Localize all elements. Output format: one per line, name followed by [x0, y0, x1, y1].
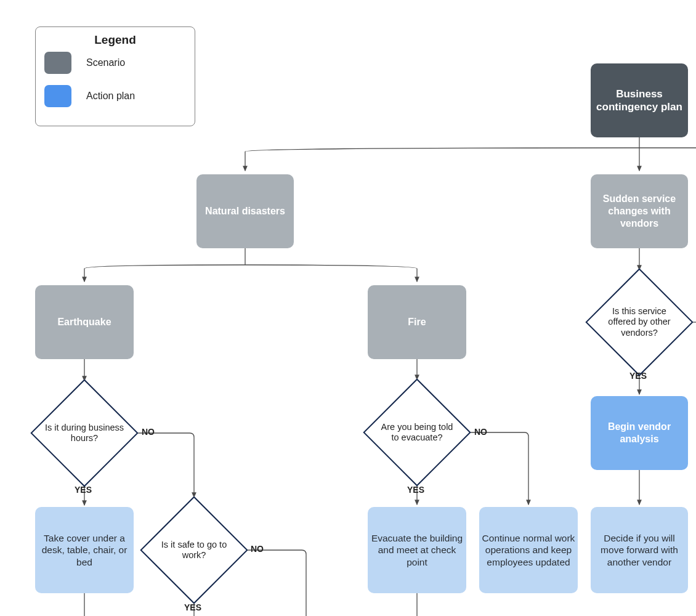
decision-business-hours-text: Is it during business hours?: [44, 423, 124, 444]
decision-evacuate-text: Are you being told to evacuate?: [377, 422, 457, 444]
node-fire-label: Fire: [405, 314, 428, 331]
node-vendors-label: Sudden service changes with vendors: [591, 190, 688, 232]
action-evacuate-meet-text: Evacuate the building and meet at check …: [368, 530, 466, 570]
node-vendors: Sudden service changes with vendors: [591, 174, 688, 248]
node-root-label: Business contingency plan: [591, 85, 688, 116]
flowchart-canvas: Legend Scenario Action plan: [0, 0, 696, 616]
action-vendor-analysis: Begin vendor analysis: [591, 396, 688, 470]
node-natural-label: Natural disasters: [203, 203, 288, 220]
action-vendor-analysis-text: Begin vendor analysis: [591, 418, 688, 448]
label-no-safework: NO: [249, 544, 265, 554]
legend-row-action: Action plan: [44, 85, 195, 107]
legend-label-action: Action plan: [86, 91, 135, 102]
node-earthquake-label: Earthquake: [55, 314, 113, 331]
node-fire: Fire: [368, 285, 466, 359]
action-take-cover: Take cover under a desk, table, chair, o…: [35, 507, 134, 593]
action-continue-ops: Continue normal work operations and keep…: [479, 507, 578, 593]
action-evacuate-meet: Evacuate the building and meet at check …: [368, 507, 466, 593]
decision-safe-work: Is it safe to go to work?: [142, 498, 246, 602]
decision-business-hours: Is it during business hours?: [32, 381, 137, 485]
action-decide-vendor-text: Decide if you will move forward with ano…: [591, 530, 688, 570]
node-root: Business contingency plan: [591, 63, 688, 137]
label-yes-evac: YES: [406, 485, 426, 495]
action-take-cover-text: Take cover under a desk, table, chair, o…: [35, 530, 134, 570]
label-no-bizhours: NO: [140, 427, 156, 437]
decision-other-vendors-text: Is this service offered by other vendors…: [599, 306, 679, 338]
node-earthquake: Earthquake: [35, 285, 134, 359]
action-continue-ops-text: Continue normal work operations and keep…: [479, 530, 578, 570]
label-yes-bizhours: YES: [73, 485, 93, 495]
legend-title: Legend: [36, 33, 195, 47]
legend-box: Legend Scenario Action plan: [35, 26, 195, 126]
legend-label-scenario: Scenario: [86, 57, 125, 68]
label-yes-safework: YES: [183, 602, 203, 612]
decision-safe-work-text: Is it safe to go to work?: [154, 540, 234, 561]
decision-other-vendors: Is this service offered by other vendors…: [587, 270, 692, 375]
swatch-scenario: [44, 52, 71, 74]
legend-row-scenario: Scenario: [44, 52, 195, 74]
decision-evacuate: Are you being told to evacuate?: [365, 380, 469, 485]
node-natural-disasters: Natural disasters: [196, 174, 294, 248]
action-decide-vendor: Decide if you will move forward with ano…: [591, 507, 688, 593]
label-no-evac: NO: [473, 427, 488, 437]
swatch-action: [44, 85, 71, 107]
label-yes-vendor: YES: [628, 371, 648, 381]
